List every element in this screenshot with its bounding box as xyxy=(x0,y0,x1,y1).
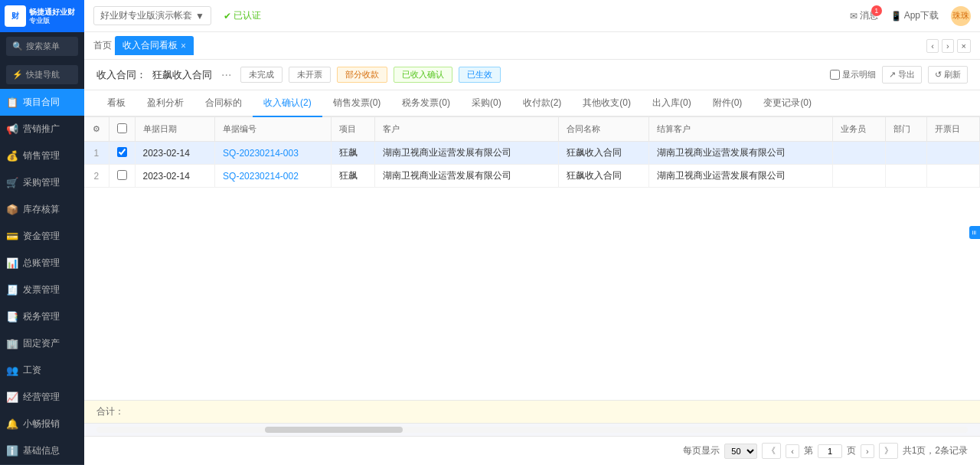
tab-other-income[interactable]: 其他收支(0) xyxy=(572,90,642,117)
contract-title: 狂飙收入合同 xyxy=(152,68,212,82)
sidebar-item-tax[interactable]: 📑 税务管理 xyxy=(0,303,84,330)
page-label: 第 xyxy=(804,444,813,457)
check-col-header[interactable] xyxy=(109,117,135,142)
avatar: 珠珠 xyxy=(951,6,971,26)
app-download-button[interactable]: 📱 App下载 xyxy=(890,9,939,22)
home-tab[interactable]: 首页 xyxy=(93,39,112,52)
open-date-col-header[interactable]: 开票日 xyxy=(927,117,980,142)
logo-icon: 财 xyxy=(5,5,26,27)
select-all-checkbox[interactable] xyxy=(117,123,127,133)
row-checkbox[interactable] xyxy=(117,147,127,157)
funds-icon: 💳 xyxy=(6,231,18,243)
sidebar-item-inventory[interactable]: 📦 库存核算 xyxy=(0,196,84,223)
current-page-input[interactable] xyxy=(818,444,842,458)
sidebar-item-sales[interactable]: 💰 销售管理 xyxy=(0,142,84,169)
tab-sales-invoice[interactable]: 销售发票(0) xyxy=(322,90,392,117)
show-detail-checkbox[interactable]: 显示明细 xyxy=(830,69,876,80)
contract-name-col-header[interactable]: 合同名称 xyxy=(559,117,649,142)
sidebar-item-general[interactable]: 📊 总账管理 xyxy=(0,250,84,277)
sidebar-item-invoice[interactable]: 🧾 发票管理 xyxy=(0,277,84,303)
sidebar-item-report[interactable]: 🔔 小畅报销 xyxy=(0,411,84,437)
per-page-label: 每页显示 xyxy=(683,444,720,457)
status-uninvoiced[interactable]: 未开票 xyxy=(289,67,331,83)
show-detail-check[interactable] xyxy=(830,70,840,80)
marketing-icon: 📢 xyxy=(6,123,18,136)
row-checkbox-cell[interactable] xyxy=(109,165,135,188)
messages-button[interactable]: ✉ 消息 1 xyxy=(850,9,878,22)
status-incomplete[interactable]: 未完成 xyxy=(240,67,283,83)
user-avatar[interactable]: 珠珠 xyxy=(951,6,971,26)
row-project: 狂飙 xyxy=(332,142,375,165)
tab-profit[interactable]: 盈利分析 xyxy=(136,90,194,117)
more-button[interactable]: ··· xyxy=(218,69,234,81)
logo-text: 畅捷通好业财 专业版 xyxy=(29,7,75,26)
first-page-button[interactable]: 《 xyxy=(762,443,781,459)
total-row: 合计： xyxy=(84,400,980,424)
search-menu-button[interactable]: 🔍 搜索菜单 xyxy=(6,37,78,56)
final-customer-col-header[interactable]: 结算客户 xyxy=(649,117,833,142)
tab-payment[interactable]: 收付款(2) xyxy=(512,90,573,117)
sidebar-item-marketing[interactable]: 📢 营销推广 xyxy=(0,116,84,142)
horizontal-scrollbar[interactable] xyxy=(96,427,968,433)
tax-icon: 📑 xyxy=(6,311,18,323)
tab-prev-button[interactable]: ‹ xyxy=(926,39,939,53)
row-checkbox-cell[interactable] xyxy=(109,142,135,165)
table-row[interactable]: 1 2023-02-14 SQ-20230214-003 狂飙 湖南卫视商业运营… xyxy=(84,142,980,165)
row-customer: 湖南卫视商业运营发展有限公司 xyxy=(375,165,559,188)
date-col-header[interactable]: 单据日期 xyxy=(135,117,215,142)
scrollbar-thumb[interactable] xyxy=(265,427,403,433)
next-page-button[interactable]: › xyxy=(861,444,874,458)
sidebar-item-ops[interactable]: 📈 经营管理 xyxy=(0,384,84,411)
per-page-select[interactable]: 50 xyxy=(724,444,757,459)
tab-contract-standard[interactable]: 合同标的 xyxy=(194,90,253,117)
row-contract-name: 狂飙收入合同 xyxy=(559,142,649,165)
sidebar-item-funds[interactable]: 💳 资金管理 xyxy=(0,223,84,250)
record-link[interactable]: SQ-20230214-002 xyxy=(223,171,299,182)
export-button[interactable]: ↗ 导出 xyxy=(882,66,922,84)
row-number[interactable]: SQ-20230214-002 xyxy=(215,165,332,188)
tab-board[interactable]: 看板 xyxy=(96,90,136,117)
tab-close-button[interactable]: × xyxy=(181,41,186,51)
customer-col-header[interactable]: 客户 xyxy=(375,117,559,142)
status-effective[interactable]: 已生效 xyxy=(459,67,501,83)
company-select[interactable]: 好业财专业版演示帐套 ▼ xyxy=(93,6,211,25)
number-col-header[interactable]: 单据编号 xyxy=(215,117,332,142)
tab-income-confirm[interactable]: 收入确认(2) xyxy=(253,90,322,117)
sidebar-item-fixed[interactable]: 🏢 固定资产 xyxy=(0,330,84,357)
status-confirmed[interactable]: 已收入确认 xyxy=(394,67,452,83)
tab-tax-invoice[interactable]: 税务发票(0) xyxy=(391,90,461,117)
sidebar-item-project[interactable]: 📋 项目合同 xyxy=(0,89,84,116)
row-number[interactable]: SQ-20230214-003 xyxy=(215,142,332,165)
settings-icon[interactable]: ⚙ xyxy=(93,124,100,133)
tab-purchase[interactable]: 采购(0) xyxy=(461,90,512,117)
settings-col-header[interactable]: ⚙ xyxy=(84,117,109,142)
message-icon: ✉ xyxy=(850,11,858,21)
quick-nav-button[interactable]: ⚡ 快捷导航 xyxy=(6,65,78,84)
tab-next-button[interactable]: › xyxy=(942,39,954,53)
active-tab[interactable]: 收入合同看板 × xyxy=(115,36,194,55)
sidebar-item-base[interactable]: ℹ️ 基础信息 xyxy=(0,437,84,464)
refresh-button[interactable]: ↺ 刷新 xyxy=(928,66,968,84)
department-col-header[interactable]: 部门 xyxy=(885,117,927,142)
report-icon: 🔔 xyxy=(6,418,18,431)
refresh-icon: ↺ xyxy=(935,70,942,80)
tab-attachments[interactable]: 附件(0) xyxy=(702,90,753,117)
table-row[interactable]: 2 2023-02-14 SQ-20230214-002 狂飙 湖南卫视商业运营… xyxy=(84,165,980,188)
sidebar-item-hr[interactable]: 👥 工资 xyxy=(0,357,84,384)
tab-close-all-button[interactable]: × xyxy=(957,39,971,53)
purchase-icon: 🛒 xyxy=(6,177,18,189)
prev-page-button[interactable]: ‹ xyxy=(786,444,799,458)
record-link[interactable]: SQ-20230214-003 xyxy=(223,148,299,159)
tab-warehouse[interactable]: 出入库(0) xyxy=(642,90,702,117)
status-partial[interactable]: 部分收款 xyxy=(337,67,387,83)
sidebar-item-purchase[interactable]: 🛒 采购管理 xyxy=(0,169,84,196)
tab-changes[interactable]: 变更记录(0) xyxy=(753,90,822,117)
row-salesperson xyxy=(833,165,886,188)
project-col-header[interactable]: 项目 xyxy=(332,117,375,142)
dropdown-icon: ▼ xyxy=(195,11,204,21)
row-checkbox[interactable] xyxy=(117,170,127,180)
right-panel-toggle[interactable]: ≡ xyxy=(969,226,980,240)
row-contract-name: 狂飙收入合同 xyxy=(559,165,649,188)
last-page-button[interactable]: 》 xyxy=(879,443,898,459)
salesperson-col-header[interactable]: 业务员 xyxy=(833,117,886,142)
